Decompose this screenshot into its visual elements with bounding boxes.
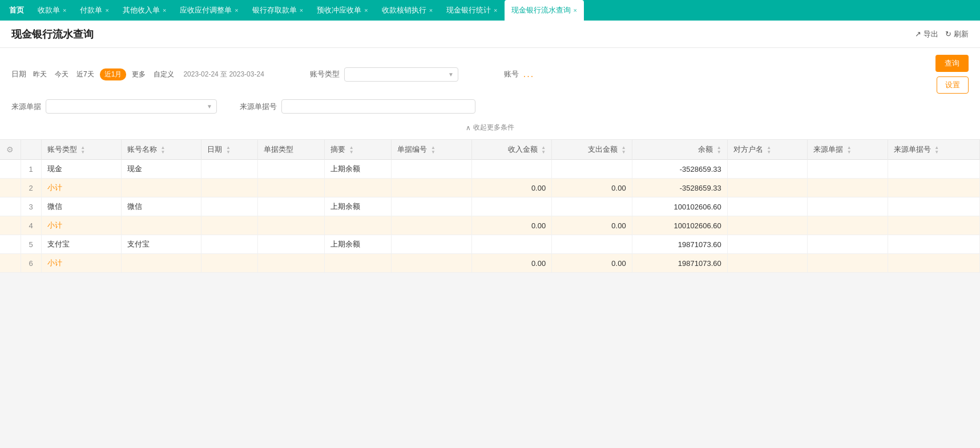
sort-icon: ▲▼	[717, 146, 721, 155]
row-source-doc-no-cell	[888, 235, 979, 254]
col-header-date[interactable]: 日期 ▲▼	[201, 140, 258, 160]
settings-button[interactable]: 设置	[937, 76, 969, 94]
sort-icon: ▲▼	[226, 146, 231, 155]
col-header-account-type[interactable]: 账号类型 ▲▼	[41, 140, 121, 160]
col-header-source-doc-no[interactable]: 来源单据号 ▲▼	[888, 140, 979, 160]
row-account-name-cell	[121, 216, 201, 235]
nav-item-bank-deposit[interactable]: 银行存取款单 ×	[245, 0, 310, 21]
table-row: 2 小计 0.00 0.00 -3528659.33	[0, 179, 980, 197]
close-icon[interactable]: ×	[494, 7, 497, 14]
gear-icon[interactable]: ⚙	[6, 145, 14, 154]
row-source-doc-cell	[808, 254, 888, 273]
col-header-counterparty[interactable]: 对方户名 ▲▼	[727, 140, 807, 160]
nav-item-cash-bank-flow[interactable]: 现金银行流水查询 ×	[505, 0, 584, 21]
nav-item-other-income[interactable]: 其他收入单 ×	[116, 0, 173, 21]
nav-item-cash-bank-stat[interactable]: 现金银行统计 ×	[439, 0, 504, 21]
col-header-expense[interactable]: 支出金额 ▲▼	[552, 140, 632, 160]
date-btn-custom[interactable]: 自定义	[151, 69, 176, 80]
date-label: 日期	[11, 69, 26, 79]
row-account-name-cell: 现金	[121, 160, 201, 179]
row-account-type-cell: 小计	[41, 179, 121, 197]
row-date-cell	[201, 179, 258, 197]
nav-item-collection-exec[interactable]: 收款核销执行 ×	[375, 0, 439, 21]
row-balance-cell: 19871073.60	[632, 254, 727, 273]
collapse-up-icon: ∧	[466, 124, 471, 132]
row-counterparty-cell	[727, 160, 807, 179]
row-source-doc-no-cell	[888, 254, 979, 273]
col-header-income[interactable]: 收入金额 ▲▼	[471, 140, 551, 160]
account-dots-button[interactable]: ...	[523, 69, 534, 79]
row-doc-type-cell	[258, 179, 325, 197]
close-icon[interactable]: ×	[300, 7, 303, 14]
close-icon[interactable]: ×	[63, 7, 66, 14]
row-counterparty-cell	[727, 235, 807, 254]
export-button[interactable]: ↗ 导出	[915, 29, 938, 39]
date-shortcuts: 昨天 今天 近7天 近1月 更多 自定义 2023-02-24 至 2023-0…	[31, 68, 264, 80]
row-account-name-cell	[121, 254, 201, 273]
sort-icon: ▲▼	[934, 146, 939, 155]
nav-item-receipt[interactable]: 收款单 ×	[31, 0, 73, 21]
nav-item-home[interactable]: 首页	[2, 0, 31, 21]
row-date-cell	[201, 254, 258, 273]
table-row: 1 现金 现金 上期余额 -3528659.33	[0, 160, 980, 179]
close-icon[interactable]: ×	[105, 7, 108, 14]
date-range-text: 2023-02-24 至 2023-03-24	[183, 70, 264, 79]
row-date-cell	[201, 160, 258, 179]
row-source-doc-cell	[808, 197, 888, 216]
row-expense-cell	[552, 160, 632, 179]
sort-icon: ▲▼	[767, 146, 771, 155]
data-table-container: ⚙ 账号类型 ▲▼ 账号名称 ▲▼ 日期 ▲▼ 单据类型 摘要	[0, 140, 980, 273]
source-doc-no-input[interactable]	[281, 99, 475, 114]
row-settings-cell	[0, 216, 21, 235]
close-icon[interactable]: ×	[235, 7, 238, 14]
close-icon[interactable]: ×	[364, 7, 368, 14]
row-source-doc-no-cell	[888, 160, 979, 179]
account-type-select[interactable]	[344, 67, 458, 82]
query-button[interactable]: 查询	[935, 55, 969, 72]
nav-item-ar-ap-adjust[interactable]: 应收应付调整单 ×	[173, 0, 245, 21]
nav-item-payment[interactable]: 付款单 ×	[73, 0, 115, 21]
row-balance-cell: -3528659.33	[632, 179, 727, 197]
row-source-doc-no-cell	[888, 197, 979, 216]
row-index-cell: 1	[21, 160, 41, 179]
account-type-filter: 账号类型 ▼	[310, 67, 458, 82]
row-income-cell	[471, 235, 551, 254]
close-icon[interactable]: ×	[429, 7, 433, 14]
row-account-name-cell	[121, 179, 201, 197]
source-doc-no-label: 来源单据号	[240, 102, 277, 112]
table-row: 4 小计 0.00 0.00 100102606.60	[0, 216, 980, 235]
sort-icon: ▲▼	[349, 146, 354, 155]
source-doc-select[interactable]	[46, 99, 217, 114]
row-index-cell: 5	[21, 235, 41, 254]
row-source-doc-cell	[808, 216, 888, 235]
col-header-summary[interactable]: 摘要 ▲▼	[325, 140, 392, 160]
row-account-type-cell: 微信	[41, 197, 121, 216]
row-account-type-cell: 小计	[41, 216, 121, 235]
col-header-doc-no[interactable]: 单据编号 ▲▼	[392, 140, 471, 160]
filter-area: 日期 昨天 今天 近7天 近1月 更多 自定义 2023-02-24 至 202…	[0, 48, 980, 140]
row-expense-cell: 0.00	[552, 179, 632, 197]
close-icon[interactable]: ×	[574, 7, 577, 14]
col-header-balance[interactable]: 余额 ▲▼	[632, 140, 727, 160]
source-doc-no-filter: 来源单据号	[240, 99, 475, 114]
date-btn-7days[interactable]: 近7天	[74, 69, 96, 80]
table-row: 3 微信 微信 上期余额 100102606.60	[0, 197, 980, 216]
row-doc-type-cell	[258, 160, 325, 179]
date-btn-more[interactable]: 更多	[130, 69, 148, 80]
collapse-bar[interactable]: ∧ 收起更多条件	[11, 119, 969, 135]
row-settings-cell	[0, 179, 21, 197]
nav-item-advance-offset[interactable]: 预收冲应收单 ×	[310, 0, 374, 21]
col-header-account-name[interactable]: 账号名称 ▲▼	[121, 140, 201, 160]
data-table: ⚙ 账号类型 ▲▼ 账号名称 ▲▼ 日期 ▲▼ 单据类型 摘要	[0, 140, 980, 273]
date-btn-1month[interactable]: 近1月	[100, 68, 127, 80]
close-icon[interactable]: ×	[163, 7, 166, 14]
col-header-source-doc[interactable]: 来源单据 ▲▼	[808, 140, 888, 160]
header-actions: ↗ 导出 ↻ 刷新	[915, 29, 969, 39]
date-filter: 日期 昨天 今天 近7天 近1月 更多 自定义 2023-02-24 至 202…	[11, 68, 264, 80]
refresh-button[interactable]: ↻ 刷新	[945, 29, 969, 39]
row-doc-no-cell	[392, 235, 471, 254]
source-doc-select-wrapper: ▼	[46, 99, 217, 114]
date-btn-today[interactable]: 今天	[53, 69, 71, 80]
row-summary-cell: 上期余额	[325, 160, 392, 179]
date-btn-yesterday[interactable]: 昨天	[31, 69, 49, 80]
